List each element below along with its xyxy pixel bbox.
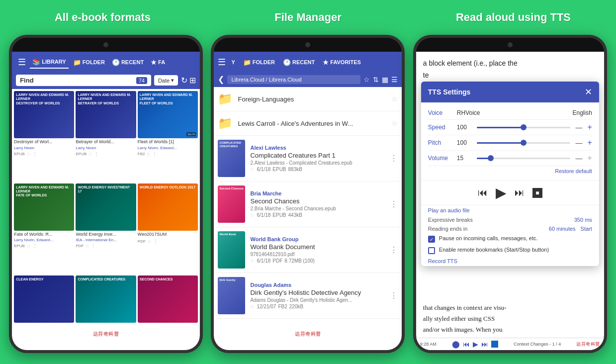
tts-reading-ends-value[interactable]: 60 minutes — [549, 226, 576, 232]
book-item-2[interactable]: LARRY NIVEN and EDWARD M. LERNERBETRAYER… — [76, 91, 136, 182]
fm-book-item-3[interactable]: World Bank World Bank Group World Bank D… — [214, 227, 402, 273]
book-item-7[interactable]: CLEAN ENERGY — [14, 275, 74, 348]
tts-remote-bookmarks-checkbox[interactable] — [428, 247, 435, 254]
fm-book-item-4[interactable]: Dirk Gently Douglas Adams Dirk Gently's … — [214, 273, 402, 319]
tts-pitch-plus[interactable]: + — [587, 138, 592, 147]
fm-filter-icon[interactable]: ⇅ — [373, 76, 379, 84]
tts-play-audio-link[interactable]: Play an audio file — [428, 207, 470, 213]
fm-book-more-4[interactable]: ⋮ — [390, 291, 398, 300]
book-item-8[interactable]: COMPLICATED CREATURES — [76, 275, 136, 348]
search-input-wrapper[interactable]: Find 74 — [16, 75, 151, 86]
tts-speed-slider[interactable] — [477, 127, 571, 128]
book-item-4[interactable]: LARRY NIVEN and EDWARD M. LERNERFATE OF … — [14, 183, 74, 274]
tts-pitch-fill — [477, 142, 524, 144]
fm-folder-star-2[interactable]: ☆ — [391, 119, 398, 127]
star-icon-6[interactable]: ☆ — [147, 239, 152, 244]
star-icon-1[interactable]: ☆ — [26, 151, 31, 157]
tts-bottom-home-icon[interactable]: ⬤ — [452, 340, 460, 348]
tts-close-icon[interactable]: ✕ — [585, 87, 592, 97]
tts-pitch-label[interactable]: Pitch — [428, 139, 452, 146]
fm-menu-icon[interactable]: ☰ — [391, 76, 398, 84]
book-item-1[interactable]: LARRY NIVEN and EDWARD M. LERNERDESTROYE… — [14, 91, 74, 182]
tab-library[interactable]: 📚 LIBRARY — [30, 56, 68, 69]
tts-pitch-slider[interactable] — [477, 142, 571, 144]
more-icon-4[interactable]: ⋮ — [32, 243, 37, 249]
phone-tts: a block element (i.e., place the te s c … — [413, 35, 607, 353]
fm-view-icon[interactable]: ▦ — [382, 76, 388, 84]
more-icon-1[interactable]: ⋮ — [32, 151, 37, 157]
tts-stop-icon[interactable]: ■ — [532, 188, 542, 198]
header-section-1: All e-book formats — [0, 0, 205, 35]
tts-volume-minus[interactable]: — — [575, 154, 582, 162]
fm-book-more-3[interactable]: ⋮ — [390, 245, 398, 255]
fm-star-icon[interactable]: ☆ — [363, 76, 370, 84]
fm-path-bar: ❮ Librera.Cloud / Librera.Cloud ☆ ⇅ ▦ ☰ — [214, 73, 402, 87]
tab-recent[interactable]: 🕐 RECENT — [109, 57, 146, 68]
tts-fastforward-icon[interactable]: ⏭ — [515, 187, 525, 198]
more-icon-2[interactable]: ⋮ — [94, 151, 99, 157]
grid-icon[interactable]: ⊞ — [189, 76, 196, 85]
header-row: All e-book formats File Manager Read alo… — [0, 0, 616, 35]
fm-folder-item-1[interactable]: 📁 Foreign-Languages ☆ — [214, 87, 402, 111]
tts-speed-label[interactable]: Speed — [428, 124, 452, 131]
tts-expressive-value[interactable]: 350 ms — [574, 217, 592, 223]
tts-record-button[interactable]: Record TTS — [421, 256, 599, 266]
tts-pitch-minus[interactable]: — — [575, 139, 582, 147]
tts-voice-label[interactable]: Voice — [428, 109, 452, 116]
fm-book-star-3[interactable]: ☆ — [250, 258, 255, 264]
fm-book-star-1[interactable]: ☆ — [250, 167, 255, 172]
star-icon-3[interactable]: ☆ — [146, 151, 151, 157]
fm-tab-folder[interactable]: 📁 FOLDER — [241, 57, 277, 68]
fm-tab-y[interactable]: Y — [229, 57, 237, 67]
tts-pause-calls-checkbox[interactable]: ✓ — [428, 236, 435, 243]
tts-speed-plus[interactable]: + — [587, 123, 592, 132]
fm-folder-star-1[interactable]: ☆ — [391, 95, 398, 103]
tts-restore-button[interactable]: Restore default — [428, 166, 592, 176]
fm-book-item-2[interactable]: Second Chances Bria Marche Second Chance… — [214, 182, 402, 227]
sort-dropdown[interactable]: Date ▾ — [154, 75, 178, 86]
star-icon-5[interactable]: ☆ — [85, 243, 89, 249]
star-icon-4[interactable]: ☆ — [26, 243, 31, 249]
fm-back-button[interactable]: ❮ — [218, 75, 224, 84]
fm-path-text[interactable]: Librera.Cloud / Librera.Cloud — [227, 75, 360, 84]
tts-voice-lang: English — [572, 109, 592, 116]
fm-folder-item-2[interactable]: 📁 Lewis Carroll - Alice's Adventures in … — [214, 111, 402, 136]
tts-volume-label[interactable]: Volume — [428, 155, 452, 162]
fm-book-star-4[interactable]: ☆ — [250, 304, 255, 309]
book-item-6[interactable]: World Energy Outlook 2017 Weo2017SUM PDF… — [138, 183, 198, 274]
tts-bottom-prev-icon[interactable]: ⏮ — [463, 340, 470, 348]
fm-tab-favorites[interactable]: ★ FAVORITES — [320, 57, 363, 68]
fm-book-star-2[interactable]: ☆ — [250, 212, 255, 218]
fm-book-more-2[interactable]: ⋮ — [390, 199, 398, 209]
tts-bottom-text: that changes in context are visu- ally s… — [416, 302, 604, 335]
book-item-5[interactable]: World Energy Investment 17 World Energy … — [76, 183, 136, 274]
more-icon-3[interactable]: ⋮ — [152, 151, 157, 157]
tts-speed-minus[interactable]: — — [575, 123, 582, 131]
book-author-2: Larry Niven — [76, 146, 136, 150]
fm-tab-recent[interactable]: 🕐 RECENT — [280, 57, 317, 68]
book-item-3[interactable]: LARRY NIVEN and EDWARD M. LERNERFLEET OF… — [138, 91, 198, 182]
hamburger-icon[interactable]: ☰ — [16, 55, 28, 70]
more-icon-5[interactable]: ⋮ — [91, 243, 96, 249]
tts-play-icon[interactable]: ▶ — [496, 184, 507, 201]
fm-hamburger-icon[interactable]: ☰ — [218, 57, 226, 68]
star-icon-2[interactable]: ☆ — [88, 151, 92, 157]
tts-rewind-icon[interactable]: ⏮ — [478, 187, 488, 198]
tts-volume-plus[interactable]: + — [587, 154, 592, 163]
header-section-3: Read aloud using TTS — [411, 0, 616, 35]
more-icon-6[interactable]: ⋮ — [153, 239, 158, 244]
tts-bottom-next-icon[interactable]: ⏭ — [481, 340, 488, 348]
book-title-2: Betrayer of World... — [76, 139, 136, 145]
fm-book-item-1[interactable]: COMPLICATED CREATURES Alexi Lawless Comp… — [214, 136, 402, 182]
fm-book-more-1[interactable]: ⋮ — [390, 154, 398, 163]
tts-bottom-stop-icon[interactable] — [491, 341, 498, 348]
tts-reading-ends-start[interactable]: Start — [581, 226, 592, 232]
fm-book-title-3: World Bank Document — [250, 243, 385, 251]
tab-favorites[interactable]: ★ FA — [148, 57, 168, 68]
tts-bottom-play-icon[interactable]: ▶ — [473, 340, 478, 348]
refresh-icon[interactable]: ↻ — [181, 76, 187, 85]
tab-folder[interactable]: 📁 FOLDER — [71, 57, 107, 68]
book-item-9[interactable]: Second Chances — [138, 275, 198, 348]
tts-volume-slider[interactable] — [477, 158, 571, 159]
fm-nav: ☰ Y 📁 FOLDER 🕐 RECENT ★ FAVORITES — [214, 52, 402, 73]
